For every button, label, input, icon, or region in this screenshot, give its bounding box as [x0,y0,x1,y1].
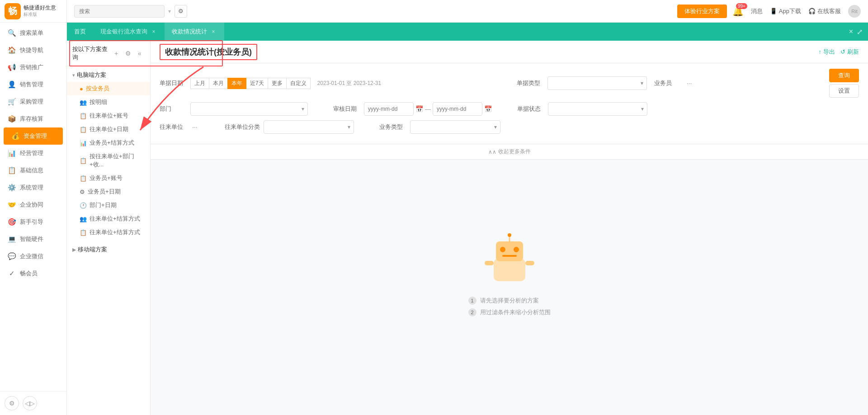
sidebar-item-member[interactable]: ✓ 畅会员 [0,265,66,282]
doc-type-select[interactable] [547,76,647,90]
tree-item-partner-settle2[interactable]: 📋 往来单位+结算方式 [67,226,150,239]
dept-select[interactable] [190,102,308,116]
review-date-to[interactable] [433,102,482,116]
trial-btn[interactable]: 体验行业方案 [677,5,727,18]
search-input[interactable] [74,5,165,18]
tab-bank-close[interactable]: × [150,28,157,35]
date-btn-more[interactable]: 更多 [268,78,287,89]
sidebar-item-inventory[interactable]: 📦 库存核算 [0,110,66,127]
refresh-btn[interactable]: ↺ 刷新 [840,48,859,56]
tip-num-1: 1 [468,297,476,305]
tree-item-salesman-date[interactable]: ⚙ 业务员+日期 [67,185,150,198]
purchase-icon: 🛒 [7,98,16,106]
hardware-icon: 💻 [7,235,16,243]
svg-point-2 [500,247,505,252]
message-btn[interactable]: 🔔 99+ [732,6,744,17]
calendar-from-icon[interactable]: 📅 [415,105,423,113]
sidebar-item-label: 销售管理 [20,80,43,89]
query-btn[interactable]: 查询 [829,69,859,82]
svg-rect-0 [494,259,525,281]
collapse-bar[interactable]: ∧∧ 收起更多条件 [151,144,868,160]
tabbar-right: × ⤢ [844,23,868,41]
tabbar: 首页 现金银行流水查询 × 收款情况统计 × × ⤢ [67,23,868,41]
settings-filter-btn[interactable]: 设置 [829,84,859,98]
wechat-icon: 💬 [7,252,16,260]
sidebar-item-search[interactable]: 🔍 搜索菜单 [0,24,66,42]
operation-icon: 📊 [7,149,16,157]
tab-receipt[interactable]: 收款情况统计 × [165,23,224,41]
collapse-sidebar-btn[interactable]: ◁▷ [23,396,37,410]
tree-item-partner-dept[interactable]: 📋 按往来单位+部门+收... [67,150,150,171]
sidebar-item-hardware[interactable]: 💻 智能硬件 [0,231,66,248]
partner-more-btn[interactable]: ··· [190,123,199,131]
sidebar-item-system[interactable]: ⚙️ 系统管理 [0,179,66,196]
tree-item-dept-date[interactable]: 🕐 部门+日期 [67,198,150,212]
tab-home[interactable]: 首页 [67,23,93,41]
tree-item-by-detail[interactable]: 👥 按明细 [67,95,150,109]
svg-point-6 [508,233,511,237]
edition-badge: 标准版 [24,11,56,18]
sidebar-item-purchase[interactable]: 🛒 采购管理 [0,93,66,110]
add-scheme-btn[interactable]: + [111,48,121,58]
sidebar-item-label: 搜索菜单 [20,29,43,37]
date-buttons: 上月 本月 本年 近7天 更多 自定义 [190,78,310,89]
salesman-more-btn[interactable]: ··· [685,80,694,87]
settings-bottom-btn[interactable]: ⚙ [5,396,19,410]
partner-category-filter-group: 往来单位分类 [225,120,354,134]
partner-category-select-wrapper [264,120,354,134]
tree-item-by-salesman[interactable]: ● 按业务员 [67,82,150,95]
close-window-btn[interactable]: × [849,28,853,36]
sidebar-item-capital[interactable]: 💰 资金管理 [4,127,63,145]
sidebar-item-guide[interactable]: 🎯 新手引导 [0,213,66,231]
desktop-section-header[interactable]: ▾ 电脑端方案 [67,68,150,82]
calendar-to-icon[interactable]: 📅 [484,105,492,113]
tree-item-salesman-settle[interactable]: 📊 业务员+结算方式 [67,136,150,150]
guide-icon: 🎯 [7,218,16,226]
main-area: ▾ ⚙ 体验行业方案 🔔 99+ 消息 📱 App下载 🎧 在线客服 Rit [67,0,868,415]
scheme-settings-btn[interactable]: ⚙ [123,48,133,58]
tab-bank[interactable]: 现金银行流水查询 × [93,23,165,41]
review-date-from[interactable] [364,102,414,116]
expand-arrow-mobile-icon: ▶ [72,247,76,253]
date-btn-last-month[interactable]: 上月 [190,78,209,89]
tab-receipt-close[interactable]: × [210,28,217,35]
date-btn-this-year[interactable]: 本年 [227,78,246,89]
date-btn-7days[interactable]: 近7天 [246,78,268,89]
sidebar-item-enterprise[interactable]: 🤝 企业协同 [0,196,66,213]
business-type-select[interactable] [410,120,500,134]
tree-item-salesman-account[interactable]: 📋 业务员+账号 [67,171,150,185]
sidebar-item-basic[interactable]: 📋 基础信息 [0,162,66,179]
sidebar-item-shortcut[interactable]: 🏠 快捷导航 [0,42,66,59]
sidebar-item-sales[interactable]: 👤 销售管理 [0,76,66,93]
business-type-select-wrapper [410,120,500,134]
tree-item-partner-account[interactable]: 📋 往来单位+账号 [67,109,150,123]
tree-item-partner-settle1[interactable]: 👥 往来单位+结算方式 [67,212,150,226]
date-label: 单据日期 [160,79,187,87]
topbar-gear-btn[interactable]: ⚙ [175,5,187,18]
tree-item-partner-date[interactable]: 📋 往来单位+日期 [67,123,150,136]
sidebar-item-operation[interactable]: 📊 经营管理 [0,145,66,162]
desktop-section-label: 电脑端方案 [77,71,106,79]
export-btn[interactable]: ↑ 导出 [819,48,835,56]
date-btn-this-month[interactable]: 本月 [209,78,228,89]
message-badge: 99+ [736,3,747,9]
logo-area: 畅 畅捷通好生意 标准版 [0,0,66,23]
doc-status-select[interactable] [548,102,647,116]
mobile-section-header[interactable]: ▶ 移动端方案 [67,243,150,256]
dropdown-arrow-icon[interactable]: ▾ [168,8,171,14]
date-range-display: 2023-01-01 至 2023-12-31 [317,80,381,87]
maximize-btn[interactable]: ⤢ [857,28,863,36]
partner-date-icon: 📋 [80,126,87,133]
empty-tips: 1 请先选择要分析的方案 2 用过滤条件来缩小分析范围 [468,297,551,316]
partner-category-select[interactable] [264,120,354,134]
message-label[interactable]: 消息 [751,7,763,15]
sidebar-item-marketing[interactable]: 📢 营销推广 [0,59,66,76]
partner-category-label: 往来单位分类 [225,123,260,131]
collapse-panel-btn[interactable]: « [135,48,145,58]
app-download-btn[interactable]: 📱 App下载 [770,7,801,15]
sidebar-item-wechat[interactable]: 💬 企业微信 [0,248,66,265]
tree-section-desktop: ▾ 电脑端方案 ● 按业务员 👥 按明细 📋 往来单位+账号 📋 往来 [67,66,150,241]
user-avatar[interactable]: Rit [848,5,861,18]
date-btn-custom[interactable]: 自定义 [286,78,311,89]
online-service-btn[interactable]: 🎧 在线客服 [808,7,841,15]
